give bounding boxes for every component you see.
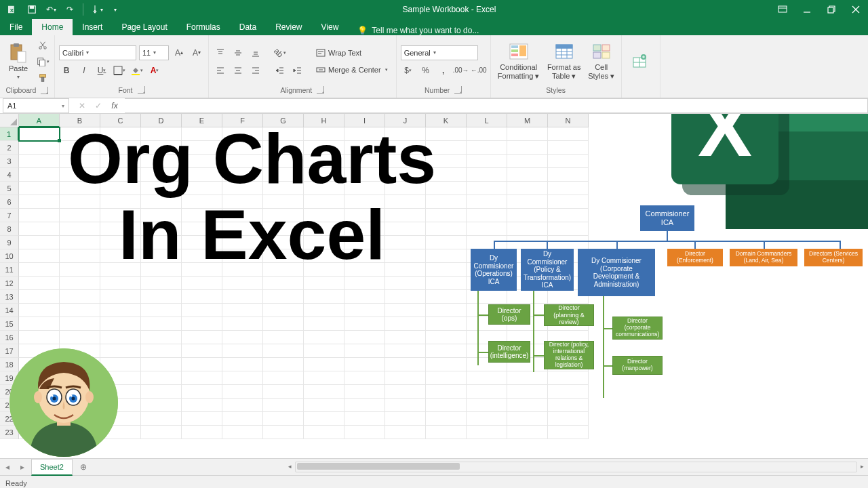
cell-F3[interactable]: [222, 155, 263, 168]
cell-B16[interactable]: [60, 331, 100, 344]
cell-E23[interactable]: [182, 426, 222, 439]
cell-A5[interactable]: [19, 182, 60, 195]
cell-D23[interactable]: [141, 426, 182, 439]
cell-I23[interactable]: [344, 426, 385, 439]
cell-C11[interactable]: [100, 263, 141, 277]
cell-J17[interactable]: [385, 344, 426, 358]
decrease-decimal-button[interactable]: ←.00: [471, 63, 486, 78]
cell-B4[interactable]: [60, 168, 100, 182]
touch-mode-icon[interactable]: ▾: [89, 2, 104, 17]
cell-C9[interactable]: [100, 236, 141, 249]
col-header-B[interactable]: B: [60, 114, 100, 127]
cell-J2[interactable]: [385, 141, 426, 155]
cell-N3[interactable]: [548, 155, 589, 168]
cell-H12[interactable]: [304, 277, 344, 290]
col-header-I[interactable]: I: [344, 114, 385, 127]
cell-C4[interactable]: [100, 168, 141, 182]
row-header-14[interactable]: 14: [0, 304, 19, 317]
align-center-button[interactable]: [231, 63, 245, 78]
row-header-12[interactable]: 12: [0, 277, 19, 290]
cell-D10[interactable]: [141, 249, 182, 263]
excel-app-icon[interactable]: X: [5, 2, 20, 17]
row-header-18[interactable]: 18: [0, 358, 19, 371]
cell-E7[interactable]: [182, 209, 222, 222]
cell-G4[interactable]: [263, 168, 304, 182]
number-dialog-launcher[interactable]: [454, 86, 462, 94]
cell-N4[interactable]: [548, 168, 589, 182]
cell-G6[interactable]: [263, 195, 304, 209]
cell-F8[interactable]: [222, 222, 263, 236]
cell-M2[interactable]: [507, 141, 548, 155]
cell-I3[interactable]: [344, 155, 385, 168]
save-icon[interactable]: [24, 2, 39, 17]
cell-D12[interactable]: [141, 277, 182, 290]
cell-E22[interactable]: [182, 412, 222, 426]
col-header-G[interactable]: G: [263, 114, 304, 127]
cell-D13[interactable]: [141, 290, 182, 304]
cell-K1[interactable]: [426, 127, 467, 141]
cell-D22[interactable]: [141, 412, 182, 426]
row-header-15[interactable]: 15: [0, 317, 19, 331]
cell-J16[interactable]: [385, 331, 426, 344]
cell-M5[interactable]: [507, 182, 548, 195]
row-header-7[interactable]: 7: [0, 209, 19, 222]
row-header-9[interactable]: 9: [0, 236, 19, 249]
cell-K9[interactable]: [426, 236, 467, 249]
col-header-J[interactable]: J: [385, 114, 426, 127]
close-button[interactable]: [844, 0, 868, 19]
cell-J1[interactable]: [385, 127, 426, 141]
minimize-button[interactable]: [795, 0, 819, 19]
col-header-H[interactable]: H: [304, 114, 344, 127]
cell-K3[interactable]: [426, 155, 467, 168]
cell-F19[interactable]: [222, 371, 263, 385]
row-header-11[interactable]: 11: [0, 263, 19, 277]
cell-E10[interactable]: [182, 249, 222, 263]
cell-M4[interactable]: [507, 168, 548, 182]
cell-K15[interactable]: [426, 317, 467, 331]
cell-C17[interactable]: [100, 344, 141, 358]
cell-K4[interactable]: [426, 168, 467, 182]
cell-B8[interactable]: [60, 222, 100, 236]
cell-L1[interactable]: [467, 127, 507, 141]
cell-A9[interactable]: [19, 236, 60, 249]
cell-G22[interactable]: [263, 412, 304, 426]
cell-N5[interactable]: [548, 182, 589, 195]
cell-D5[interactable]: [141, 182, 182, 195]
row-header-4[interactable]: 4: [0, 168, 19, 182]
cell-I22[interactable]: [344, 412, 385, 426]
cell-D11[interactable]: [141, 263, 182, 277]
cell-D21[interactable]: [141, 399, 182, 412]
cell-A6[interactable]: [19, 195, 60, 209]
align-top-button[interactable]: [213, 45, 228, 60]
cell-G2[interactable]: [263, 141, 304, 155]
cell-K7[interactable]: [426, 209, 467, 222]
col-header-D[interactable]: D: [141, 114, 182, 127]
hscroll-right-button[interactable]: ▸: [857, 462, 867, 470]
wrap-text-button[interactable]: Wrap Text: [312, 45, 392, 60]
cell-J23[interactable]: [385, 426, 426, 439]
cut-button[interactable]: [35, 38, 50, 53]
cell-J20[interactable]: [385, 385, 426, 399]
cell-F17[interactable]: [222, 344, 263, 358]
cell-C7[interactable]: [100, 209, 141, 222]
cell-K21[interactable]: [426, 399, 467, 412]
cell-J19[interactable]: [385, 371, 426, 385]
cell-F12[interactable]: [222, 277, 263, 290]
cell-I17[interactable]: [344, 344, 385, 358]
cell-F11[interactable]: [222, 263, 263, 277]
cell-J18[interactable]: [385, 358, 426, 371]
new-sheet-button[interactable]: ⊕: [75, 459, 92, 475]
insert-cells-button[interactable]: [626, 39, 653, 84]
cell-B10[interactable]: [60, 249, 100, 263]
cell-F22[interactable]: [222, 412, 263, 426]
cell-C10[interactable]: [100, 249, 141, 263]
align-middle-button[interactable]: [231, 45, 245, 60]
font-dialog-launcher[interactable]: [138, 86, 145, 94]
cell-I5[interactable]: [344, 182, 385, 195]
cell-B3[interactable]: [60, 155, 100, 168]
cell-H9[interactable]: [304, 236, 344, 249]
cell-J8[interactable]: [385, 222, 426, 236]
align-bottom-button[interactable]: [248, 45, 263, 60]
col-header-A[interactable]: A: [19, 114, 60, 127]
row-header-16[interactable]: 16: [0, 331, 19, 344]
